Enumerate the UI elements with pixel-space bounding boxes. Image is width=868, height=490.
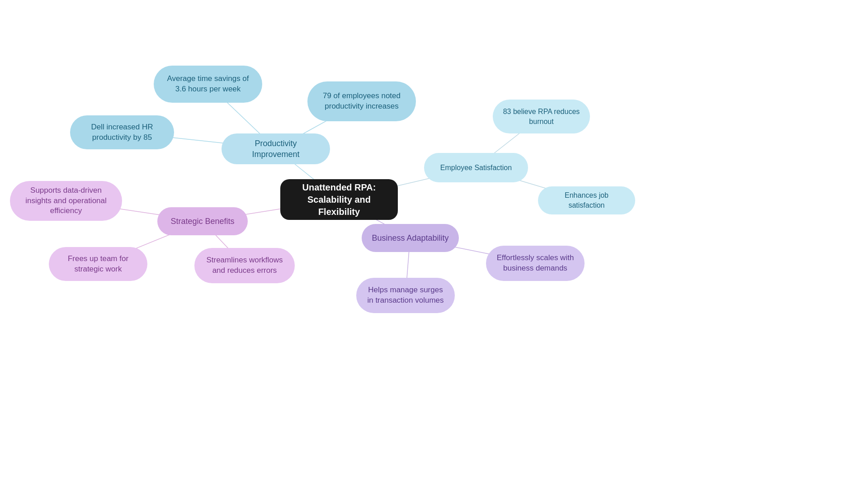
reduces-burnout-label: 83 believe RPA reduces burnout bbox=[503, 107, 580, 126]
business-adaptability-label: Business Adaptability bbox=[372, 233, 448, 243]
business-adaptability-node: Business Adaptability bbox=[362, 224, 459, 252]
frees-team-node: Frees up team for strategic work bbox=[49, 247, 147, 281]
streamlines-node: Streamlines workflows and reduces errors bbox=[194, 248, 295, 283]
data-driven-label: Supports data-driven insights and operat… bbox=[20, 186, 112, 217]
avg-time-savings-node: Average time savings of 3.6 hours per we… bbox=[154, 66, 262, 103]
dell-hr-node: Dell increased HR productivity by 85 bbox=[70, 115, 174, 149]
effortlessly-scales-label: Effortlessly scales with business demand… bbox=[496, 253, 575, 274]
manage-surges-node: Helps manage surges in transaction volum… bbox=[356, 278, 455, 313]
center-node: Unattended RPA: Scalability and Flexibil… bbox=[280, 179, 398, 220]
frees-team-label: Frees up team for strategic work bbox=[59, 254, 137, 275]
employees-productivity-label: 79 of employees noted productivity incre… bbox=[317, 91, 406, 112]
reduces-burnout-node: 83 believe RPA reduces burnout bbox=[493, 100, 590, 133]
manage-surges-label: Helps manage surges in transaction volum… bbox=[366, 285, 445, 306]
dell-hr-label: Dell increased HR productivity by 85 bbox=[80, 122, 164, 143]
streamlines-label: Streamlines workflows and reduces errors bbox=[204, 255, 285, 276]
productivity-improvement-node: Productivity Improvement bbox=[222, 133, 330, 164]
strategic-benefits-node: Strategic Benefits bbox=[157, 207, 248, 235]
enhances-job-label: Enhances job satisfaction bbox=[548, 190, 625, 210]
center-label: Unattended RPA: Scalability and Flexibil… bbox=[290, 181, 388, 218]
enhances-job-node: Enhances job satisfaction bbox=[538, 186, 635, 214]
employee-satisfaction-label: Employee Satisfaction bbox=[440, 163, 512, 173]
employee-satisfaction-node: Employee Satisfaction bbox=[424, 153, 528, 182]
data-driven-node: Supports data-driven insights and operat… bbox=[10, 181, 122, 221]
employees-productivity-node: 79 of employees noted productivity incre… bbox=[307, 81, 416, 121]
avg-time-savings-label: Average time savings of 3.6 hours per we… bbox=[164, 74, 252, 95]
effortlessly-scales-node: Effortlessly scales with business demand… bbox=[486, 246, 585, 281]
productivity-improvement-label: Productivity Improvement bbox=[231, 138, 320, 160]
strategic-benefits-label: Strategic Benefits bbox=[170, 216, 234, 227]
